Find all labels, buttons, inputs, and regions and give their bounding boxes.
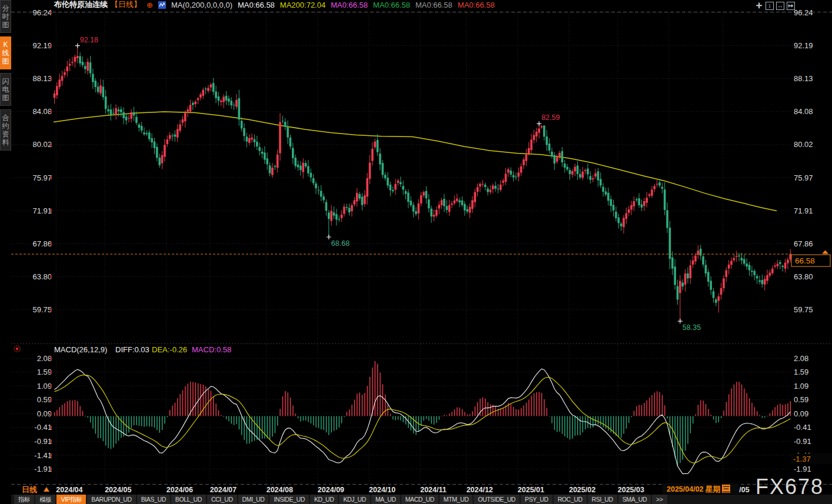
candles [54,46,791,322]
instrument-title: 布伦特原油连续 [54,0,108,10]
ma-value-2: MA0:66.58 [331,1,368,9]
ma-value-4: MA0:66.58 [415,1,452,9]
sidebar-tab-item[interactable]: 合约资料 [0,109,11,151]
svg-text:-0.91: -0.91 [34,437,52,446]
ma-values: MA0:66.58MA200:72.04MA0:66.58MA0:66.58MA… [238,1,495,9]
svg-text:63.80: 63.80 [32,272,52,281]
bottom-toolbar: 指标模板VIP指标BARUPDN_UDBIAS_UDBOLL_UDCCI_UDD… [11,495,832,504]
svg-text:1.09: 1.09 [37,382,52,390]
svg-text:96.24: 96.24 [32,8,52,17]
svg-text:DEA:-0.26: DEA:-0.26 [152,345,187,354]
svg-text:MACD(26,12,9): MACD(26,12,9) [54,345,107,354]
svg-text:71.91: 71.91 [794,206,813,215]
indicator-button-dmiud[interactable]: DMI_UD [238,495,269,504]
price-axis-right: 96.2492.1988.1384.0880.0275.9771.9167.86… [794,8,813,314]
svg-text:0.09: 0.09 [37,409,52,418]
chart-type-icon[interactable] [158,1,166,9]
shift-right-icon[interactable]: ↦ [787,2,795,10]
indicator-button-kdud[interactable]: KD_UD [310,495,338,504]
indicator-button-[interactable]: >> [652,495,667,504]
svg-text:88.13: 88.13 [32,74,52,83]
svg-text:-0.41: -0.41 [794,423,811,432]
ma-value-3: MA0:66.58 [373,1,410,9]
indicator-button-outsideud[interactable]: OUTSIDE_UD [474,495,520,504]
svg-text:92.19: 92.19 [32,41,52,50]
svg-text:59.75: 59.75 [32,305,52,314]
svg-text:-0.41: -0.41 [34,423,52,432]
toolbar-tab-0[interactable]: 指标 [14,495,34,504]
chart-header: 布伦特原油连续【日线】⊕MA(0,200,0,0,0,0)MA0:66.58MA… [11,0,832,9]
svg-text:2025/02: 2025/02 [569,486,595,494]
indicator-button-rocud[interactable]: ROC_UD [554,495,587,504]
add-icon[interactable]: ⊕ [147,1,153,9]
indicator-button-smaud[interactable]: SMA_UD [618,495,651,504]
indicator-button-cciud[interactable]: CCI_UD [207,495,237,504]
watermark: FX678 [756,475,824,499]
window-icons: ✛↕↔↦ [755,2,795,10]
last-price-label: 66.58 [791,255,830,266]
indicator-button-barupdnud[interactable]: BARUPDN_UD [87,495,135,504]
svg-text:82.59: 82.59 [541,114,560,122]
ma-value-1: MA200:72.04 [280,1,325,9]
svg-text:0.09: 0.09 [794,409,808,418]
trading-app: 66.5896.2492.1988.1384.0880.0275.9771.91… [0,0,832,504]
sidebar-tab-active[interactable]: K线图 [0,36,11,69]
ma-value-0: MA0:66.58 [238,1,275,9]
ma-value-5: MA0:66.58 [458,1,495,9]
indicator-button-bollud[interactable]: BOLL_UD [171,495,206,504]
macd-cursor-label: -1.37 [791,453,832,464]
indicator-button-maud[interactable]: MA_UD [371,495,400,504]
panel-borders [11,12,832,485]
ma-settings: MA(0,200,0,0,0,0) [171,1,232,9]
chart-canvas[interactable]: 66.5896.2492.1988.1384.0880.0275.9771.91… [0,0,832,504]
svg-text:63.80: 63.80 [794,272,813,281]
svg-text:MACD:0.58: MACD:0.58 [192,345,231,354]
sidebar-tab-item[interactable]: 闪电图 [0,73,11,106]
svg-text:92.18: 92.18 [80,36,98,44]
svg-text:67.86: 67.86 [794,239,813,248]
svg-text:-1.37: -1.37 [793,455,811,463]
indicator-button-psyud[interactable]: PSY_UD [521,495,553,504]
svg-text:84.08: 84.08 [794,107,813,116]
svg-text:2024/10: 2024/10 [369,486,395,494]
fit-horizontal-icon[interactable]: ↔ [776,2,784,10]
svg-text:三: 三 [723,485,730,493]
svg-text:0.59: 0.59 [37,395,52,404]
svg-text:2024/08: 2024/08 [267,486,293,494]
svg-text:75.97: 75.97 [32,173,52,182]
indicator-button-kdjud[interactable]: KDJ_UD [339,495,370,504]
macd-axis-left: 2.081.591.090.590.09-0.41-0.91-1.41-1.91 [34,354,52,473]
price-axis-left: 96.2492.1988.1384.0880.0275.9771.9167.86… [32,8,52,314]
svg-text:66.58: 66.58 [795,256,815,265]
svg-text:0.59: 0.59 [794,395,808,404]
svg-text:1.59: 1.59 [37,368,52,376]
svg-text:2.08: 2.08 [37,354,52,363]
indicator-button-rsiud[interactable]: RSI_UD [588,495,617,504]
svg-text:2024/04: 2024/04 [56,486,82,494]
svg-text:68.68: 68.68 [331,239,350,248]
svg-text:-1.91: -1.91 [34,465,52,473]
period-tag: 【日线】 [111,0,141,10]
indicator-button-mtmud[interactable]: MTM_UD [440,495,473,504]
indicator-button-insideud[interactable]: INSIDE_UD [269,495,308,504]
svg-text:-0.91: -0.91 [794,437,811,446]
sidebar-tab-item[interactable]: 分时图 [0,0,11,33]
month-axis: 日线2024/042024/052024/062024/072024/08202… [22,485,750,494]
move-icon[interactable]: ✛ [755,2,763,10]
svg-text:80.02: 80.02 [32,140,52,149]
toolbar-tab-1[interactable]: 模板 [35,495,55,504]
svg-text:2024/07: 2024/07 [210,486,237,494]
svg-text:88.13: 88.13 [794,74,813,83]
svg-text:75.97: 75.97 [794,173,813,182]
toolbar-tab-vip[interactable]: VIP指标 [56,495,86,504]
svg-text:59.75: 59.75 [794,305,813,314]
indicator-button-biasud[interactable]: BIAS_UD [137,495,170,504]
svg-text:1.59: 1.59 [794,368,808,376]
svg-text:-1.41: -1.41 [34,451,52,460]
svg-text:80.02: 80.02 [794,140,813,149]
indicator-button-macdud[interactable]: MACD_UD [401,495,438,504]
fit-vertical-icon[interactable]: ↕ [766,2,774,10]
svg-text:2024/11: 2024/11 [420,486,447,494]
date-cursor-label: 2025/04/02 星期三 [663,483,739,494]
grid-lines [11,12,791,484]
